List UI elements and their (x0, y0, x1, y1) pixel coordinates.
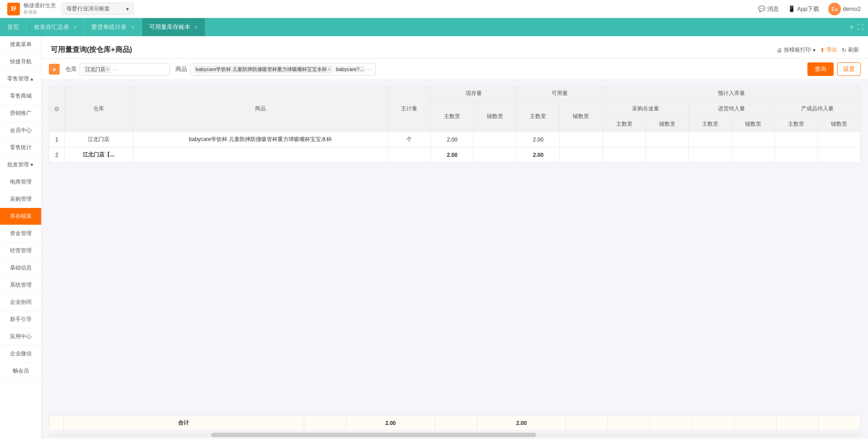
tab-order-stats[interactable]: 要货单统计表 × (84, 18, 142, 36)
sidebar-retail-mall-label: 零售商城 (10, 93, 32, 99)
message-button[interactable]: 💬 消息 (758, 5, 779, 13)
warehouse-more-icon[interactable]: ··· (113, 66, 117, 72)
product-tag2: babycare?... (335, 66, 366, 72)
product-filter-label: 商品 (175, 65, 187, 73)
product-filter-input[interactable]: babycare学饮杯 儿童防摔防撞吸管杯重力球吸嘴杯宝宝水杯 × babyca… (190, 63, 376, 76)
row2-stock-aux (474, 147, 517, 163)
sidebar-item-enterprise-wechat[interactable]: 企业微信 (0, 345, 41, 363)
close-income-tab-icon[interactable]: × (74, 24, 76, 30)
close-all-tabs-button[interactable]: × (850, 24, 854, 31)
product-tag1: babycare学饮杯 儿童防摔防撞吸管杯重力球吸嘴杯宝宝水杯 × (194, 66, 333, 73)
print-button[interactable]: 🖨 按模板打印 ▾ (777, 46, 816, 54)
scrollbar-thumb[interactable] (211, 433, 536, 437)
row1-stock-aux (474, 132, 517, 147)
tab-available-stock[interactable]: 可用量库存账本 × (142, 18, 205, 36)
query-button[interactable]: 查询 (807, 62, 834, 76)
col-warehouse-header: 仓库 (65, 86, 133, 132)
print-dropdown-icon: ▾ (813, 47, 816, 53)
warehouse-filter-label: 仓库 (65, 65, 77, 73)
sidebar-item-app-center[interactable]: 应用中心 (0, 328, 41, 345)
tab-home[interactable]: 首页 (0, 18, 27, 36)
row2-index: 2 (49, 147, 65, 163)
row2-warehouse: 江北门店【... (65, 147, 133, 163)
column-settings-icon[interactable]: ⚙ (54, 105, 60, 113)
horizontal-scrollbar[interactable] (49, 433, 861, 437)
sidebar-item-retail-stats[interactable]: 零售统计 (0, 139, 41, 156)
sidebar-item-search[interactable]: 搜索菜单 (0, 36, 41, 53)
forecast-group-label: 预计入库量 (718, 90, 745, 96)
unit-col-label: 主计量 (401, 105, 417, 112)
sidebar-item-vip-member[interactable]: 畅会员 (0, 363, 41, 380)
sidebar-item-retail-mgmt[interactable]: 零售管理 ▲ (0, 71, 41, 88)
warehouse-filter-input[interactable]: 江北门店 × ··· (80, 63, 170, 76)
logo-area: 好 畅捷通好生意 标准版 (7, 2, 56, 16)
sidebar-item-wholesale-mgmt[interactable]: 批发管理 ▼ (0, 156, 41, 174)
sidebar-item-system[interactable]: 系统管理 (0, 277, 41, 294)
prod-pending-label: 产成品待入量 (801, 105, 834, 112)
remove-product1-icon[interactable]: × (328, 66, 330, 72)
remove-warehouse-icon[interactable]: × (106, 66, 109, 72)
col-prod-pending-group-header: 产成品待入量 (774, 101, 860, 117)
warehouse-tag: 江北门店 × (84, 66, 111, 73)
sidebar-item-marketing[interactable]: 营销推广 (0, 105, 41, 122)
filter-expand-button[interactable]: » (49, 64, 60, 75)
row2-prod-pending-aux (817, 147, 860, 163)
app-download-button[interactable]: 📱 App下载 (788, 5, 819, 13)
sidebar-quicknav-label: 快捷导航 (10, 58, 32, 65)
user-profile[interactable]: Ea demo2 (828, 3, 861, 15)
col-settings-header: ⚙ (49, 86, 65, 132)
logo-sub: 标准版 (24, 9, 56, 15)
avail-aux-label: 辅数里 (573, 113, 589, 119)
row2-avail-main: 2.00 (517, 147, 560, 163)
settings-button[interactable]: 设置 (837, 62, 861, 76)
sidebar-search-label: 搜索菜单 (10, 41, 32, 47)
col-pur-pending-main-header: 主数里 (689, 117, 731, 132)
refresh-button[interactable]: ↻ 刷新 (842, 46, 859, 54)
sidebar-item-ecommerce[interactable]: 电商管理 (0, 174, 41, 191)
row1-avail-main: 2.00 (517, 132, 560, 147)
sidebar-item-finance[interactable]: 资金管理 (0, 225, 41, 242)
row2-pur-pending-main (689, 147, 731, 163)
row1-pur-pending-aux (731, 132, 774, 147)
prod-pending-aux-label: 辅数里 (831, 121, 847, 127)
sidebar-item-quicknav[interactable]: 快捷导航 (0, 53, 41, 71)
summary-pur-transit-aux (650, 415, 692, 431)
col-pur-transit-aux-header: 辅数里 (646, 117, 689, 132)
sidebar-item-inventory[interactable]: 库存核算 (0, 208, 41, 225)
sidebar-item-enterprise-collab[interactable]: 企业协同 (0, 294, 41, 311)
close-available-tab-icon[interactable]: × (195, 24, 198, 30)
sidebar-item-member-center[interactable]: 会员中心 (0, 122, 41, 139)
top-bar: 好 畅捷通好生意 标准版 母婴行业演示账套 ▾ 💬 消息 📱 App下载 Ea … (0, 0, 868, 18)
product-filter-group: 商品 babycare学饮杯 儿童防摔防撞吸管杯重力球吸嘴杯宝宝水杯 × bab… (175, 63, 376, 76)
summary-pur-pending-main (692, 415, 734, 431)
row2-pur-transit-main (603, 147, 646, 163)
page-actions: 🖨 按模板打印 ▾ ⬆ 导出 ↻ 刷新 (777, 46, 859, 54)
refresh-label: 刷新 (848, 46, 859, 54)
sidebar-member-label: 会员中心 (10, 127, 32, 133)
sidebar-item-purchase[interactable]: 采购管理 (0, 191, 41, 208)
nav-tabs: 首页 收发存汇总表 × 要货单统计表 × 可用量库存账本 × × ⛶ (0, 18, 868, 36)
sidebar-item-guide[interactable]: 新手引导 (0, 311, 41, 328)
summary-empty1 (49, 415, 64, 431)
close-order-tab-icon[interactable]: × (131, 24, 134, 30)
industry-selector[interactable]: 母婴行业演示账套 ▾ (61, 3, 134, 15)
row1-unit: 个 (388, 132, 431, 147)
sidebar-vip-label: 畅会员 (13, 368, 29, 374)
stock-main-label: 主数里 (444, 113, 460, 119)
product-more-icon[interactable]: ··· (367, 66, 372, 72)
sidebar-item-operations[interactable]: 经营管理 (0, 242, 41, 260)
logo-icon: 好 (7, 3, 20, 15)
export-button[interactable]: ⬆ 导出 (820, 46, 837, 54)
summary-stock-aux (435, 415, 477, 431)
summary-avail-aux (566, 415, 608, 431)
sidebar-item-retail-mall[interactable]: 零售商城 (0, 88, 41, 105)
sidebar-item-basic-info[interactable]: 基础信息 (0, 260, 41, 277)
stock-aux-label: 辅数里 (487, 113, 503, 119)
logo-text: 畅捷通好生意 (24, 2, 56, 9)
col-stock-group-header: 现存量 (431, 86, 517, 101)
tab-income-summary[interactable]: 收发存汇总表 × (27, 18, 84, 36)
expand-window-button[interactable]: ⛶ (857, 24, 863, 31)
col-unit-header: 主计量 (388, 86, 431, 132)
print-label: 按模板打印 (784, 46, 811, 54)
sidebar-marketing-label: 营销推广 (10, 110, 32, 116)
